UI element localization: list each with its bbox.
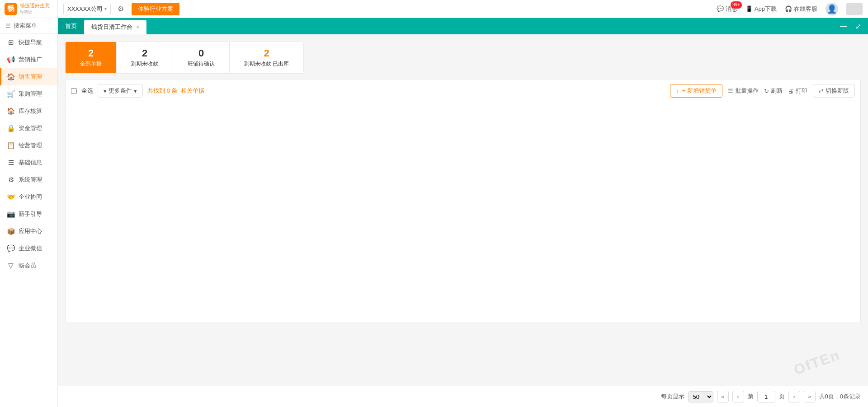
nav-label: 应用中心 (19, 227, 42, 235)
pagination: 每页显示 50 10 20 100 « ‹ 第 页 › » 共0页，0条记录 (58, 386, 868, 407)
switch-icon: ⇄ (819, 88, 824, 94)
headphone-icon: 🎧 (785, 5, 792, 12)
sidebar-item-wechat[interactable]: 💬企业微信 (0, 240, 57, 257)
app-center-icon: 📦 (7, 227, 15, 235)
online-service-btn[interactable]: 🎧 在线客服 (785, 5, 817, 13)
sidebar-nav: ⊞快捷导航📢营销推广🏠销售管理🛒采购管理🏠库存核算🔒资金管理📋经营管理☰基础信息… (0, 34, 57, 274)
chevron-down-icon: ▾ (104, 6, 107, 11)
add-sales-label: + 新增销货单 (682, 87, 717, 95)
sidebar-item-newbie[interactable]: 📷新手引导 (0, 206, 57, 223)
nav-label: 销售管理 (19, 73, 42, 81)
sidebar: 畅 畅捷通好生意 标准版 ☰ 搜索菜单 ⊞快捷导航📢营销推广🏠销售管理🛒采购管理… (0, 0, 58, 407)
print-icon: 🖨 (788, 88, 794, 94)
stats-num: 2 (264, 47, 269, 59)
sidebar-item-member[interactable]: ▽畅会员 (0, 257, 57, 274)
company-selector[interactable]: XXXXXX公司 ▾ (63, 3, 111, 15)
sidebar-item-sales[interactable]: 🏠销售管理 (0, 68, 57, 85)
add-sales-btn[interactable]: + + 新增销货单 (670, 84, 722, 98)
home-label: 首页 (65, 22, 77, 30)
toolbar: 全选 ▾ 更多条件 ▾ 共找到 0 条 相关单据 + + 新增销货单 (71, 80, 855, 102)
first-page-btn[interactable]: « (717, 391, 729, 402)
sidebar-item-enterprise[interactable]: 🤝企业协同 (0, 188, 57, 206)
nav-label: 经营管理 (19, 141, 42, 150)
app-download-label: App下载 (755, 5, 777, 13)
batch-icon: ☰ (728, 88, 733, 94)
settings-btn[interactable]: ⚙ (114, 3, 127, 15)
next-page-btn[interactable]: › (788, 391, 800, 402)
stats-num: 2 (88, 47, 94, 59)
last-page-btn[interactable]: » (804, 391, 816, 402)
stats-label: 到期未收款 已出库 (244, 60, 289, 68)
print-label: 打印 (796, 87, 807, 95)
message-btn[interactable]: 💬 消息 99+ (717, 5, 737, 13)
per-page-label: 每页显示 (661, 393, 684, 401)
toolbar-left: 全选 ▾ 更多条件 ▾ 共找到 0 条 相关单据 (71, 84, 665, 98)
refresh-btn[interactable]: ↻ 刷新 (764, 87, 783, 95)
stats-tab-wangpu[interactable]: 0旺铺待确认 (173, 42, 230, 73)
switch-new-btn[interactable]: ⇄ 切换新版 (813, 84, 855, 98)
inventory-icon: 🏠 (7, 107, 15, 115)
nav-label: 营销推广 (19, 56, 42, 64)
sidebar-item-inventory[interactable]: 🏠库存核算 (0, 103, 57, 120)
tab-active[interactable]: 钱货日清工作台 × (84, 20, 146, 34)
page-size-select[interactable]: 50 10 20 100 (688, 391, 713, 402)
nav-label: 畅会员 (19, 262, 36, 270)
purchase-icon: 🛒 (7, 90, 15, 98)
sidebar-item-system[interactable]: ⚙系统管理 (0, 171, 57, 188)
tabbar-actions: — ⤢ (838, 18, 868, 34)
stats-num: 0 (198, 47, 204, 59)
batch-btn[interactable]: ☰ 批量操作 (728, 87, 759, 95)
sidebar-item-marketing[interactable]: 📢营销推广 (0, 51, 57, 68)
nav-label: 新手引导 (19, 210, 42, 218)
minimize-btn[interactable]: — (838, 21, 849, 32)
print-btn[interactable]: 🖨 打印 (788, 87, 807, 95)
batch-label: 批量操作 (735, 87, 759, 95)
company-name: XXXXXX公司 (67, 5, 103, 13)
page-label-end: 页 (779, 393, 785, 401)
gear-icon: ⚙ (118, 5, 124, 13)
plus-icon: + (676, 88, 679, 94)
user-menu-area (846, 3, 863, 15)
main-content: 2全部单据2到期未收款0旺铺待确认2到期未收款 已出库 全选 ▾ 更多条件 ▾ … (58, 34, 868, 407)
search-label: 搜索菜单 (14, 22, 37, 30)
maximize-btn[interactable]: ⤢ (853, 21, 863, 32)
newbie-icon: 📷 (7, 210, 15, 218)
service-label: 在线客服 (794, 5, 817, 13)
nav-label: 企业协同 (19, 193, 42, 201)
refresh-icon: ↻ (764, 88, 769, 94)
sidebar-item-finance[interactable]: 🔒资金管理 (0, 120, 57, 137)
sidebar-item-app-center[interactable]: 📦应用中心 (0, 223, 57, 240)
finance-icon: 🔒 (7, 124, 15, 132)
prev-page-btn[interactable]: ‹ (732, 391, 744, 402)
nav-label: 系统管理 (19, 176, 42, 184)
stats-label: 旺铺待确认 (188, 60, 215, 68)
operations-icon: 📋 (7, 141, 15, 150)
stats-label: 到期未收款 (131, 60, 158, 68)
tab-close-icon[interactable]: × (136, 24, 139, 30)
switch-label: 切换新版 (826, 87, 849, 95)
page-input[interactable] (757, 391, 775, 402)
total-text: 共0页，0条记录 (819, 393, 861, 401)
message-badge: 99+ (731, 1, 742, 9)
tabbar: 首页 钱货日清工作台 × — ⤢ (58, 18, 868, 34)
nav-label: 基础信息 (19, 159, 42, 167)
stats-tab-all[interactable]: 2全部单据 (66, 42, 117, 73)
filter-btn[interactable]: ▾ 更多条件 ▾ (98, 84, 143, 98)
enterprise-icon: 🤝 (7, 193, 15, 201)
sidebar-item-operations[interactable]: 📋经营管理 (0, 137, 57, 154)
experience-btn[interactable]: 体验行业方案 (132, 3, 179, 15)
search-menu[interactable]: ☰ 搜索菜单 (0, 18, 57, 34)
stats-tab-overdue-shipped[interactable]: 2到期未收款 已出库 (230, 42, 303, 73)
app-download-btn[interactable]: 📱 App下载 (745, 5, 777, 13)
avatar[interactable]: 👤 (826, 3, 838, 15)
stats-tab-overdue[interactable]: 2到期未收款 (117, 42, 173, 73)
sidebar-item-quick-nav[interactable]: ⊞快捷导航 (0, 34, 57, 51)
toolbar-right: + + 新增销货单 ☰ 批量操作 ↻ 刷新 🖨 打印 ⇄ 切换新版 (670, 84, 855, 98)
sidebar-item-basic-info[interactable]: ☰基础信息 (0, 154, 57, 171)
logo-icon: 畅 (5, 3, 17, 15)
sidebar-item-purchase[interactable]: 🛒采购管理 (0, 85, 57, 103)
tab-home[interactable]: 首页 (58, 18, 84, 34)
select-all-checkbox[interactable] (71, 88, 77, 94)
content-card: 全选 ▾ 更多条件 ▾ 共找到 0 条 相关单据 + + 新增销货单 (65, 79, 861, 323)
chevron-icon: ▾ (134, 88, 137, 94)
